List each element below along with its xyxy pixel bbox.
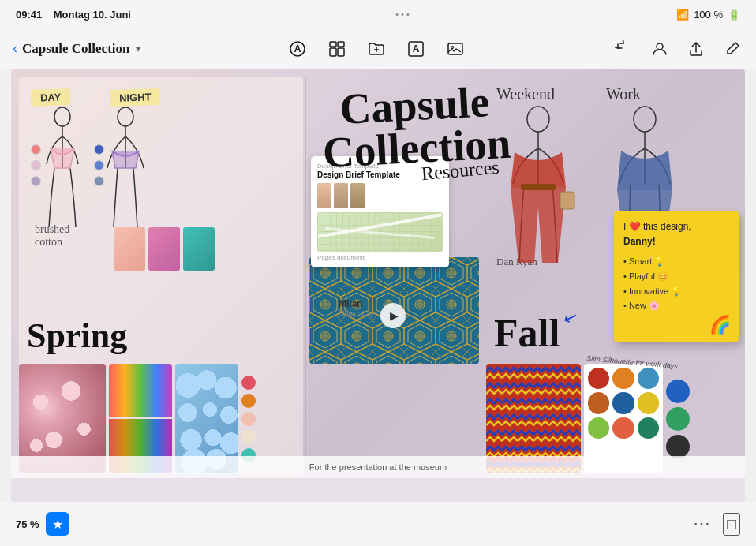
spring-text: Spring — [27, 316, 127, 356]
pencil-button[interactable] — [721, 38, 743, 60]
fullscreen-icon[interactable]: □ — [723, 513, 740, 536]
caption-text: For the presentation at the museum — [309, 462, 447, 472]
svg-point-13 — [54, 107, 70, 126]
svg-point-24 — [634, 107, 656, 132]
zoom-section: 75 % ★ — [16, 512, 69, 536]
toolbar-right — [612, 38, 743, 60]
wifi-icon: 📶 — [676, 9, 689, 21]
sticky-rainbow-icon: 🌈 — [709, 315, 731, 335]
sticky-note[interactable]: I ❤️ this design, Danny! • Smart 💡 • Pla… — [614, 211, 739, 342]
svg-point-11 — [451, 46, 454, 48]
svg-text:A: A — [294, 43, 301, 54]
text-button[interactable]: A — [405, 38, 427, 60]
star-icon: ★ — [52, 517, 63, 532]
svg-text:A: A — [413, 43, 420, 54]
sticky-line1: I ❤️ this design, — [623, 221, 691, 232]
star-button[interactable]: ★ — [46, 512, 69, 536]
fall-text: Fall — [494, 310, 560, 356]
date-display: Montag 10. Juni — [54, 9, 131, 21]
work-label: Work — [606, 85, 641, 103]
svg-rect-23 — [560, 192, 574, 209]
time-display: 09:41 — [16, 9, 42, 21]
network-icon[interactable]: ⋯ — [693, 514, 710, 534]
svg-rect-3 — [338, 42, 344, 47]
toolbar: ‹ Capsule Collection ▾ A A — [0, 28, 756, 69]
day-label: DAY — [31, 88, 71, 107]
sticky-line2: Danny! — [623, 236, 656, 247]
svg-rect-4 — [330, 48, 336, 56]
back-button[interactable]: ‹ — [13, 40, 17, 57]
card-body — [317, 183, 443, 208]
battery-display: 100 % — [694, 9, 723, 21]
collaborate-button[interactable] — [649, 38, 671, 60]
canvas-area[interactable]: Capsule Collection DAY NIGHT — [11, 69, 745, 502]
video-play-button[interactable]: ▶ — [380, 303, 406, 328]
svg-rect-2 — [330, 42, 336, 47]
brushed-cotton-label: brushedcotton — [35, 223, 69, 249]
toolbar-left: ‹ Capsule Collection ▾ — [13, 40, 140, 57]
svg-point-15 — [118, 107, 133, 126]
mood-board: Capsule Collection DAY NIGHT — [11, 69, 745, 478]
fabric-swatches — [114, 227, 215, 271]
status-time: 09:41 Montag 10. Juni — [16, 9, 131, 21]
arrow-annotation: ↙ — [560, 306, 581, 331]
annotate-button[interactable]: A — [286, 38, 309, 60]
toolbar-center: A A — [140, 38, 612, 60]
status-right: 📶 100 % 🔋 — [676, 9, 740, 21]
bottom-right-icons: ⋯ □ — [693, 513, 740, 536]
svg-rect-10 — [448, 43, 462, 54]
caption-bar: For the presentation at the museum — [11, 456, 745, 478]
card-source: Pages document — [317, 254, 443, 261]
card-map — [317, 212, 443, 252]
main-title: Capsule Collection — [320, 80, 512, 175]
image-button[interactable] — [444, 38, 466, 60]
bottom-bar: 75 % ★ ⋯ □ — [0, 502, 756, 546]
status-bar: 09:41 Montag 10. Juni ••• 📶 100 % 🔋 — [0, 0, 756, 28]
svg-point-12 — [657, 43, 663, 50]
sticky-bullets: • Smart 💡 • Playful 😊 • Innovative 💡 • N… — [623, 254, 729, 313]
document-title: Capsule Collection — [22, 41, 129, 57]
svg-rect-5 — [338, 48, 344, 56]
zoom-value: 75 % — [16, 518, 39, 530]
grid-view-button[interactable] — [326, 38, 348, 60]
undo-button[interactable] — [612, 38, 634, 60]
share-button[interactable] — [685, 38, 707, 60]
night-label: NIGHT — [110, 88, 161, 107]
svg-rect-22 — [521, 184, 556, 190]
folder-button[interactable] — [365, 38, 387, 60]
divider-center — [305, 77, 306, 474]
status-center-dots: ••• — [395, 9, 412, 19]
day-night-section: DAY NIGHT — [31, 89, 161, 106]
battery-icon: 🔋 — [728, 9, 740, 21]
svg-point-20 — [527, 107, 549, 132]
weekend-work-section: Weekend Work — [496, 85, 641, 103]
